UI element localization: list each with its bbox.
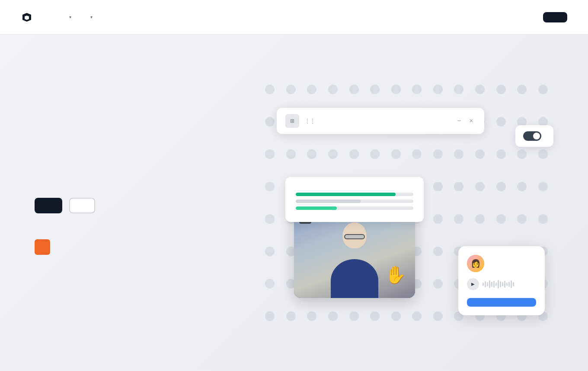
question-icon: ⊞ — [285, 114, 299, 128]
yc-badge — [35, 239, 259, 255]
dot — [406, 73, 428, 106]
dot — [490, 203, 511, 235]
profile-card: 👩 ▶ — [458, 246, 545, 315]
hero-title — [35, 151, 259, 178]
dot — [470, 203, 491, 235]
dot — [281, 300, 302, 333]
dot — [448, 171, 470, 203]
wave-bar — [491, 282, 492, 287]
dot — [385, 138, 406, 171]
bar-row-2 — [296, 200, 413, 203]
wave-bar — [487, 282, 488, 286]
dot — [428, 268, 449, 300]
dot — [490, 106, 511, 138]
dot — [385, 73, 406, 106]
nav-actions — [522, 12, 567, 22]
minimize-icon[interactable]: − — [455, 117, 463, 125]
dot — [281, 138, 302, 171]
responses-card — [285, 177, 424, 222]
ai-toggle[interactable] — [523, 131, 541, 141]
logo[interactable] — [21, 11, 36, 23]
nav-pricing[interactable] — [103, 14, 117, 21]
dot — [259, 268, 281, 300]
wave-bar — [506, 282, 508, 286]
dot — [323, 300, 344, 333]
dot — [532, 73, 553, 106]
wave-bar — [508, 282, 510, 287]
hand-wave: ✋ — [385, 265, 406, 285]
dot — [301, 138, 323, 171]
dot — [532, 171, 553, 203]
hero-illustration: // Generate dots const dotGrid = documen… — [259, 73, 553, 333]
profile-header: 👩 — [467, 255, 536, 272]
dot — [490, 138, 511, 171]
nav-solutions[interactable]: ▾ — [82, 11, 99, 23]
avatar: 👩 — [467, 255, 484, 272]
wave-bar — [493, 281, 495, 288]
wave-bar — [511, 280, 512, 288]
hero-ctas — [35, 198, 259, 213]
schedule-call-button[interactable] — [467, 298, 536, 307]
start-free-button[interactable] — [35, 198, 62, 213]
dot — [470, 171, 491, 203]
video-person: ✋ — [294, 212, 415, 298]
dot — [259, 203, 281, 235]
dot — [448, 73, 470, 106]
person-body — [331, 259, 378, 298]
person-glasses — [344, 234, 365, 239]
dot — [470, 73, 491, 106]
dot — [343, 138, 364, 171]
ai-probing-card — [515, 125, 553, 147]
dot — [428, 203, 449, 235]
dot — [385, 300, 406, 333]
bar-row-3 — [296, 206, 413, 210]
signin-button[interactable] — [522, 13, 540, 22]
waveform — [483, 280, 536, 289]
wave-bar — [483, 282, 484, 286]
wave-bar — [485, 281, 486, 287]
book-demo-button[interactable] — [69, 198, 95, 213]
close-icon[interactable]: × — [467, 117, 476, 125]
bar-fill-1 — [296, 193, 396, 196]
dot — [323, 73, 344, 106]
bar-fill-2 — [296, 200, 361, 203]
hero-section: // Generate dots const dotGrid = documen… — [0, 35, 588, 371]
dot — [343, 73, 364, 106]
wave-bar — [498, 280, 499, 289]
dot — [406, 300, 428, 333]
video-card: ✋ — [294, 212, 415, 298]
dot — [470, 138, 491, 171]
dot — [323, 138, 344, 171]
dot — [343, 300, 364, 333]
logo-icon — [21, 11, 33, 23]
dot — [428, 138, 449, 171]
dot — [511, 73, 533, 106]
navbar: ▾ ▾ — [0, 0, 588, 35]
nav-platform[interactable]: ▾ — [61, 11, 78, 23]
dot — [428, 73, 449, 106]
wave-bar — [502, 282, 503, 286]
play-button[interactable]: ▶ — [467, 278, 479, 290]
dot — [428, 235, 449, 268]
wave-bar — [504, 281, 505, 288]
nav-start-button[interactable] — [543, 12, 567, 22]
wave-bar — [500, 281, 501, 287]
dot — [511, 171, 533, 203]
dot — [259, 171, 281, 203]
dot — [259, 73, 281, 106]
dot — [490, 73, 511, 106]
question-card: ⊞ ⋮⋮ − × — [277, 108, 484, 134]
avatar-image: 👩 — [467, 255, 484, 272]
dot — [364, 73, 386, 106]
solutions-chevron-icon: ▾ — [90, 15, 93, 19]
dot — [364, 300, 386, 333]
dot — [532, 203, 553, 235]
dot — [406, 138, 428, 171]
dot — [281, 73, 302, 106]
nav-faq[interactable] — [120, 14, 134, 21]
dot — [301, 73, 323, 106]
nav-links: ▾ ▾ — [61, 11, 508, 23]
dot — [511, 203, 533, 235]
bar-row-1 — [296, 193, 413, 196]
dot — [259, 138, 281, 171]
